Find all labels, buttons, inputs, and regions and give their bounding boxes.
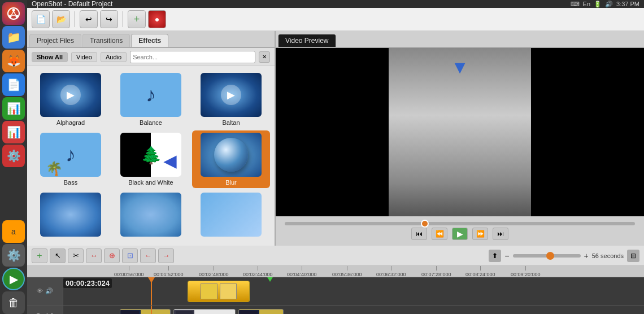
selection-arrow: ◀ bbox=[164, 152, 176, 171]
firefox-icon[interactable]: 🦊 bbox=[2, 50, 25, 72]
filter-search-input[interactable] bbox=[130, 51, 255, 63]
ubuntu-dock: 📁 🦊 📄 📊 📊 ⚙️ a ⚙️ ▶ 🗑 bbox=[0, 0, 27, 314]
redo-button[interactable]: ↪ bbox=[100, 10, 118, 28]
zoom-area: ⬆ − + 56 seconds ⊟ bbox=[489, 250, 639, 262]
track-1-audio-icon[interactable]: 🔊 bbox=[45, 287, 53, 295]
green-marker bbox=[267, 277, 273, 282]
scrubber-bar[interactable] bbox=[285, 222, 635, 225]
track-2-content: 🎬 At The Cinema_ 🎞 [ bbox=[63, 306, 644, 314]
next-clip-button[interactable]: → bbox=[158, 248, 174, 263]
fit-timeline-button[interactable]: ⊟ bbox=[627, 250, 639, 262]
tab-project-files[interactable]: Project Files bbox=[29, 34, 81, 47]
effect-baltan[interactable]: ▶ Baltan bbox=[192, 71, 270, 128]
bass-note-icon: ♪ bbox=[66, 143, 76, 167]
track-2-label: Track 2 👁 🔊 bbox=[27, 306, 63, 314]
blur-ball-graphic bbox=[214, 138, 248, 172]
effect-thumb-row3-1 bbox=[40, 193, 101, 237]
svg-rect-11 bbox=[241, 311, 258, 314]
move-tool-button[interactable]: ↔ bbox=[86, 248, 102, 263]
add-button[interactable]: + bbox=[128, 10, 146, 28]
openshot-icon[interactable]: ▶ bbox=[2, 268, 25, 290]
zoom-in-icon[interactable]: + bbox=[584, 251, 589, 260]
tab-video-preview[interactable]: Video Preview bbox=[278, 34, 336, 47]
ruler-mark-2: 00:02:48:000 bbox=[199, 266, 229, 277]
clock: 3:37 PM bbox=[616, 1, 639, 7]
battery-icon: 🔋 bbox=[594, 1, 602, 8]
zoom-label: 56 seconds bbox=[592, 252, 624, 259]
effect-row3-item1[interactable] bbox=[32, 190, 110, 241]
effect-row3-item2[interactable] bbox=[112, 190, 190, 241]
tab-effects[interactable]: Effects bbox=[131, 34, 168, 47]
svg-line-4 bbox=[11, 11, 14, 15]
filter-video[interactable]: Video bbox=[71, 52, 97, 62]
open-button[interactable]: 📂 bbox=[52, 10, 70, 28]
effect-thumb-alphagrad: ▶ bbox=[40, 73, 101, 117]
clip-track1-1[interactable] bbox=[188, 281, 250, 302]
export-button[interactable]: ⬆ bbox=[489, 250, 501, 262]
skip-back-button[interactable]: ⏮ bbox=[411, 228, 427, 240]
tab-transitions[interactable]: Transitions bbox=[82, 34, 130, 47]
cursor-tool-button[interactable]: ↖ bbox=[50, 248, 66, 263]
snap-button[interactable]: ⊡ bbox=[122, 248, 138, 263]
fast-forward-button[interactable]: ⏩ bbox=[472, 228, 488, 240]
toolbar-sep-1 bbox=[75, 11, 75, 27]
skip-forward-button[interactable]: ⏭ bbox=[493, 228, 508, 240]
libreoffice-calc-icon[interactable]: 📊 bbox=[2, 97, 25, 120]
effect-row3-item3[interactable] bbox=[192, 190, 270, 241]
playhead bbox=[151, 277, 152, 305]
effect-thumb-row3-2 bbox=[120, 193, 181, 237]
cut-tool-button[interactable]: ✂ bbox=[68, 248, 84, 263]
effects-grid: ▶ Alphagrad ♪ Balance bbox=[27, 66, 275, 246]
effect-blur[interactable]: Blur ◀ bbox=[192, 130, 270, 188]
clip-thumb-atthe: 🎬 bbox=[239, 310, 259, 314]
add-track-button[interactable]: + bbox=[32, 248, 47, 263]
undo-button[interactable]: ↩ bbox=[80, 10, 98, 28]
magnet-button[interactable]: ⊕ bbox=[104, 248, 120, 263]
clip-track2-toilet[interactable]: 🎞 [HD] Toilet (... 👁⭐✦ bbox=[173, 309, 236, 314]
effect-label-alphagrad: Alphagrad bbox=[56, 119, 85, 126]
track-1-content bbox=[63, 277, 644, 305]
effect-alphagrad[interactable]: ▶ Alphagrad bbox=[32, 71, 110, 128]
scrubber-handle[interactable] bbox=[421, 220, 429, 228]
ubuntu-icon[interactable] bbox=[2, 2, 25, 25]
effect-black-and-white[interactable]: 🌲 Black and White bbox=[112, 130, 190, 188]
libreoffice-writer-icon[interactable]: 📄 bbox=[2, 73, 25, 96]
record-button[interactable]: ● bbox=[148, 10, 166, 28]
ruler-mark-5: 00:05:36:000 bbox=[332, 266, 362, 277]
track-row-2: Track 2 👁 🔊 🎬 bbox=[27, 306, 644, 314]
timecode-display: 00:00:23:024 bbox=[63, 278, 112, 288]
files-icon[interactable]: 📁 bbox=[2, 26, 25, 49]
ruler-mark-6: 00:06:32:000 bbox=[376, 266, 406, 277]
libreoffice-impress-icon[interactable]: 📊 bbox=[2, 121, 25, 143]
effect-thumb-blur bbox=[201, 133, 262, 177]
language-indicator: En bbox=[583, 1, 590, 7]
filter-show-all[interactable]: Show All bbox=[32, 52, 68, 62]
effect-label-bw: Black and White bbox=[128, 179, 173, 186]
zoom-slider[interactable] bbox=[513, 254, 581, 258]
effect-label-baltan: Baltan bbox=[222, 119, 240, 126]
clip-track2-cinema[interactable]: 🎬 At The Cinema_ bbox=[120, 309, 171, 314]
timeline-body: 00:00:23:024 👁 🔊 bbox=[27, 277, 644, 314]
effect-balance[interactable]: ♪ Balance bbox=[112, 71, 190, 128]
installer-icon[interactable]: ⚙️ bbox=[2, 145, 25, 167]
play-button[interactable]: ▶ bbox=[452, 228, 468, 240]
rewind-button[interactable]: ⏪ bbox=[432, 228, 447, 240]
preview-tabs: Video Preview bbox=[276, 31, 644, 48]
video-preview-panel: Video Preview ▼ ⏮ ⏪ ▶ bbox=[276, 31, 644, 246]
effect-label-bass: Bass bbox=[64, 179, 77, 186]
new-button[interactable]: 📄 bbox=[32, 10, 50, 28]
ruler-mark-7: 00:07:28:000 bbox=[421, 266, 451, 277]
filter-clear-button[interactable]: ✕ bbox=[259, 51, 270, 63]
trash-icon[interactable]: 🗑 bbox=[2, 291, 25, 314]
prev-clip-button[interactable]: ← bbox=[140, 248, 156, 263]
zoom-out-icon[interactable]: − bbox=[504, 251, 509, 260]
zoom-handle[interactable] bbox=[546, 252, 554, 260]
effect-thumb-row3-3 bbox=[201, 193, 262, 237]
video-frame-right bbox=[531, 48, 644, 216]
effect-bass[interactable]: 🌴 ♪ Bass bbox=[32, 130, 110, 188]
amazon-icon[interactable]: a bbox=[2, 220, 25, 243]
clip-track2-atthe[interactable]: 🎬 At The... 👁◀✦ bbox=[238, 309, 284, 314]
settings-icon[interactable]: ⚙️ bbox=[2, 244, 25, 267]
filter-audio[interactable]: Audio bbox=[101, 52, 127, 62]
track-1-eye-icon[interactable]: 👁 bbox=[37, 287, 43, 295]
